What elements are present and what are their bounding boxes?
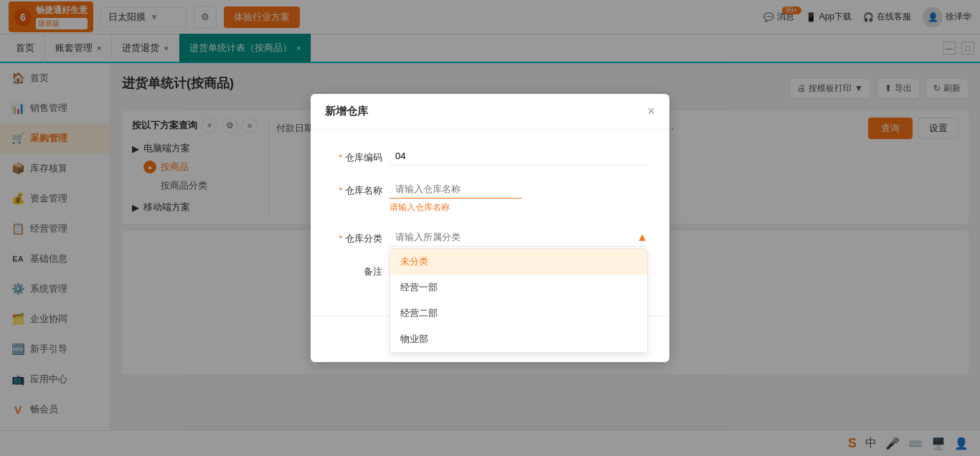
form-row-name: 仓库名称 请输入仓库名称 (332, 180, 648, 214)
dropdown-item-1[interactable]: 经营一部 (390, 275, 647, 300)
note-label: 备注 (332, 261, 382, 278)
category-toggle-btn[interactable]: ▲ (636, 231, 648, 244)
modal-title: 新增仓库 (325, 105, 368, 118)
name-error-msg: 请输入仓库名称 (390, 201, 648, 214)
modal-body: 仓库编码 仓库名称 请输入仓库名称 仓库分类 ▲ (311, 130, 669, 315)
name-field-wrap: 请输入仓库名称 (390, 180, 648, 214)
add-warehouse-modal: 新增仓库 × 仓库编码 仓库名称 请输入仓库名称 仓库分类 (311, 94, 669, 362)
category-input[interactable] (390, 228, 636, 246)
category-dropdown: 未分类 经营一部 经营二部 物业部 (390, 248, 648, 353)
form-row-category: 仓库分类 ▲ 未分类 经营一部 经营二部 物业部 (332, 228, 648, 247)
modal-header: 新增仓库 × (311, 94, 669, 130)
category-field-wrap: ▲ 未分类 经营一部 经营二部 物业部 (390, 228, 648, 247)
code-label: 仓库编码 (332, 147, 382, 164)
modal-close-btn[interactable]: × (647, 104, 655, 119)
form-row-code: 仓库编码 (332, 147, 648, 166)
modal-overlay[interactable]: 新增仓库 × 仓库编码 仓库名称 请输入仓库名称 仓库分类 (0, 0, 980, 456)
name-label: 仓库名称 (332, 180, 382, 197)
dropdown-item-2[interactable]: 经营二部 (390, 300, 647, 326)
category-input-row: ▲ (390, 228, 648, 247)
name-input[interactable] (390, 180, 522, 199)
category-label: 仓库分类 (332, 228, 382, 245)
dropdown-item-0[interactable]: 未分类 (390, 249, 647, 275)
code-input[interactable] (390, 147, 648, 166)
dropdown-item-3[interactable]: 物业部 (390, 326, 647, 352)
